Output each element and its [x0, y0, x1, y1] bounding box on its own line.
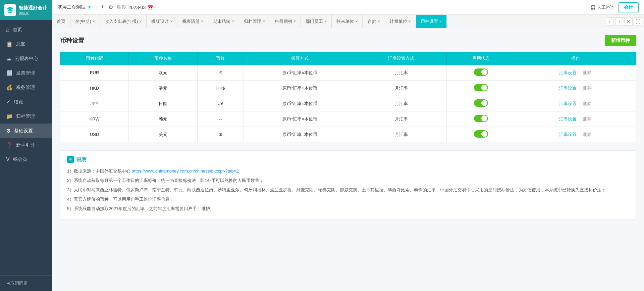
delete-link-HKD[interactable]: 删除 — [583, 86, 592, 91]
company-selector[interactable]: 基层工会测试 ▼ — [57, 4, 92, 10]
sidebar-item-home[interactable]: ⌂ 首页 — [0, 23, 52, 37]
tab-department-close[interactable]: × — [324, 19, 327, 24]
cell-name: 港元 — [129, 81, 197, 96]
sidebar-item-tax[interactable]: 💰 税务管理 — [0, 80, 52, 95]
sidebar-item-invoice[interactable]: 🧾 发票管理 — [0, 66, 52, 80]
tab-balance[interactable]: 矣(中期) × — [70, 15, 100, 28]
tab-department[interactable]: 部门员工 × — [301, 15, 332, 28]
toggle-thumb — [481, 69, 487, 75]
notes-link[interactable]: https://www.chinamoney.com.cn/chinese/bk… — [132, 168, 239, 174]
sidebar-item-settings[interactable]: ⚙ 基础设置 — [0, 124, 52, 138]
cell-calc: 原币*汇率=本位币 — [244, 127, 356, 142]
sidebar-item-guide[interactable]: ❓ 新手引导 — [0, 138, 52, 152]
sidebar-label-tax: 税务管理 — [16, 85, 35, 91]
rate-settings-link-USD[interactable]: 汇率设置 — [559, 132, 577, 137]
delete-link-USD[interactable]: 删除 — [583, 132, 592, 137]
delete-link-EUR[interactable]: 删除 — [583, 70, 592, 75]
tab-tax[interactable]: 税表清册 × — [177, 15, 208, 28]
tab-income[interactable]: 收入支出表(年报) × — [100, 15, 147, 28]
invoice-icon: 🧾 — [6, 70, 13, 76]
cell-name: 韩元 — [129, 111, 197, 127]
sidebar-label-reports: 云报表中心 — [15, 56, 38, 62]
tab-scroll-left[interactable]: ‹ — [606, 17, 614, 26]
toggle-switch-HKD[interactable] — [474, 84, 488, 91]
company-settings-button[interactable]: ⚙ — [108, 4, 113, 10]
tab-unit[interactable]: 计量单位 × — [385, 15, 416, 28]
sidebar-item-archive[interactable]: 📁 归档管理 — [0, 109, 52, 124]
tab-home[interactable]: 首页 — [52, 15, 70, 28]
note-item: 5）系统只能自动抓取2021年度后的汇率，之前年度汇率需要用户手工维护。 — [67, 204, 629, 213]
toggle-switch-KRW[interactable] — [474, 115, 488, 122]
rate-settings-link-KRW[interactable]: 汇率设置 — [559, 116, 577, 122]
rate-settings-link-EUR[interactable]: 汇率设置 — [559, 70, 577, 75]
topbar: 基层工会测试 ▼ | + ⚙ 账期 2023-03 📅 🎧 人工咨询 会计 — [52, 0, 644, 15]
sidebar-item-member[interactable]: V 畅会员 — [0, 152, 52, 166]
tab-income-close[interactable]: × — [139, 19, 142, 24]
toggle-track — [474, 99, 488, 107]
rate-settings-link-HKD[interactable]: 汇率设置 — [559, 86, 577, 91]
member-icon: V — [6, 156, 10, 162]
tab-period-end[interactable]: 期末结转 × — [208, 15, 239, 28]
sidebar-label-guide: 新手引导 — [16, 142, 35, 148]
period-value: 2023-03 — [128, 5, 146, 10]
add-company-button[interactable]: + — [101, 4, 104, 11]
delete-link-JPY[interactable]: 删除 — [583, 101, 592, 106]
cell-action: 汇率设置 删除 — [515, 127, 636, 142]
tab-template[interactable]: 模版设计 × — [147, 15, 177, 28]
cell-name: 美元 — [129, 127, 197, 142]
sidebar-footer-label: ◄取消固定 — [6, 280, 28, 286]
toggle-switch-USD[interactable] — [474, 130, 488, 138]
tabbar-controls: ‹ › ✕ ⛶ — [604, 15, 644, 28]
home-icon: ⌂ — [6, 27, 9, 33]
note-item: 4）无官方牌价的币种，可以用用户手工维护汇率信息； — [67, 195, 629, 204]
cell-symbol: HK$ — [197, 81, 244, 96]
app-title: 畅捷通好会计 — [19, 5, 47, 11]
cell-rate-type: 月汇率 — [356, 81, 446, 96]
tab-currency[interactable]: 币种设置 × — [416, 15, 447, 28]
tab-fullscreen[interactable]: ⛶ — [634, 17, 642, 26]
cell-rate-type: 月汇率 — [356, 111, 446, 127]
sidebar-item-reports[interactable]: ☁ 云报表中心 — [0, 51, 52, 66]
note-item: 2）系统自动获取每月第一个工作日的汇率标价，统一为直接标价法，即1外币可以兑换的… — [67, 176, 629, 185]
cell-rate-type: 月汇率 — [356, 96, 446, 111]
tab-unit-close[interactable]: × — [409, 19, 411, 24]
tab-scroll-right[interactable]: › — [615, 17, 623, 26]
sidebar-label-ledger: 总账 — [16, 41, 25, 47]
rate-settings-link-JPY[interactable]: 汇率设置 — [559, 101, 577, 106]
tab-tax-label: 税表清册 — [182, 18, 200, 25]
toggle-switch-EUR[interactable] — [474, 68, 488, 76]
period-display: 账期 2023-03 📅 — [117, 4, 153, 10]
tab-partner-close[interactable]: × — [355, 19, 358, 24]
delete-link-KRW[interactable]: 删除 — [583, 116, 592, 122]
tab-subject-init[interactable]: 科目期初 × — [270, 15, 301, 28]
tab-currency-close[interactable]: × — [439, 19, 442, 24]
tab-archive-close[interactable]: × — [263, 19, 265, 24]
toggle-switch-JPY[interactable] — [474, 99, 488, 107]
period-label: 账期 — [117, 4, 126, 10]
tab-inventory-close[interactable]: × — [377, 19, 380, 24]
accounting-button[interactable]: 会计 — [619, 2, 639, 12]
company-name: 基层工会测试 — [57, 4, 86, 10]
customer-service-button[interactable]: 🎧 人工咨询 — [590, 4, 614, 10]
sidebar-pin-toggle[interactable]: ◄取消固定 — [0, 275, 52, 291]
tab-period-end-close[interactable]: × — [232, 19, 234, 24]
tab-balance-label: 矣(中期) — [75, 18, 91, 25]
sidebar-item-ledger[interactable]: 📋 总账 — [0, 37, 52, 51]
tab-close-all[interactable]: ✕ — [625, 17, 633, 26]
cell-action: 汇率设置 删除 — [515, 111, 636, 127]
tab-subject-init-close[interactable]: × — [293, 19, 296, 24]
tab-partner[interactable]: 往来单位 × — [332, 15, 363, 28]
tab-balance-close[interactable]: × — [93, 19, 95, 24]
notes-header: ≡ 说明 — [67, 156, 629, 163]
sidebar-item-checkout[interactable]: ✓ 结账 — [0, 95, 52, 109]
tab-tax-close[interactable]: × — [201, 19, 203, 24]
tab-archive[interactable]: 归档管理 × — [239, 15, 270, 28]
tab-template-label: 模版设计 — [151, 18, 169, 25]
tax-icon: 💰 — [6, 84, 13, 91]
tab-template-close[interactable]: × — [170, 19, 172, 24]
notes-title: 说明 — [76, 156, 87, 163]
calendar-icon[interactable]: 📅 — [148, 5, 153, 10]
sidebar-label-checkout: 结账 — [14, 99, 23, 105]
tab-inventory[interactable]: 存货 × — [363, 15, 385, 28]
new-currency-button[interactable]: 新增币种 — [605, 35, 636, 46]
